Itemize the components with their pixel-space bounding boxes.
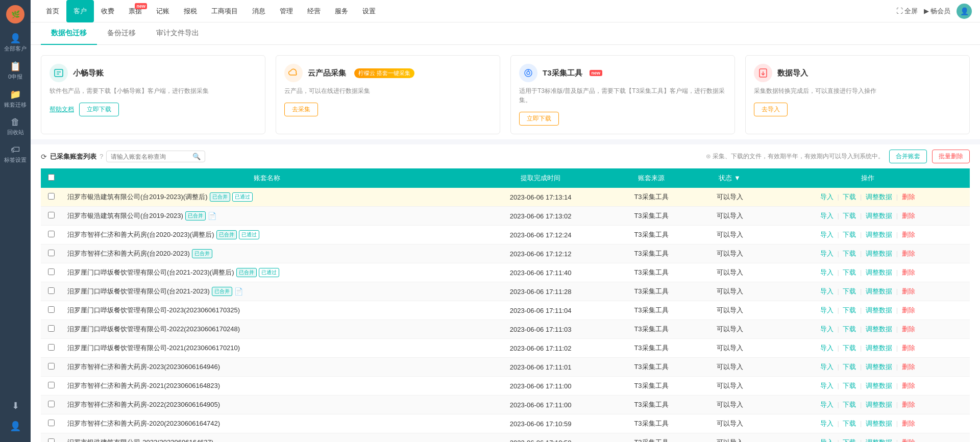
row-checkbox[interactable] <box>48 193 55 200</box>
nav-message[interactable]: 消息 <box>245 0 273 22</box>
card-dataimport-import-btn[interactable]: 去导入 <box>754 103 788 116</box>
action-download-btn[interactable]: 下载 <box>841 306 858 314</box>
row-checkbox[interactable] <box>48 325 55 332</box>
sidebar-item-profile[interactable]: 👤 <box>10 416 21 437</box>
action-adjust-btn[interactable]: 调整数据 <box>864 344 894 352</box>
nav-manage[interactable]: 管理 <box>273 0 300 22</box>
nav-business[interactable]: 工商项目 <box>204 0 245 22</box>
action-import-btn[interactable]: 导入 <box>818 344 836 352</box>
action-delete-btn[interactable]: 删除 <box>900 382 917 389</box>
action-import-btn[interactable]: 导入 <box>818 231 836 238</box>
action-import-btn[interactable]: 导入 <box>818 420 836 427</box>
action-adjust-btn[interactable]: 调整数据 <box>864 212 894 219</box>
action-delete-btn[interactable]: 删除 <box>900 401 917 408</box>
action-delete-btn[interactable]: 删除 <box>900 250 917 257</box>
sidebar-item-zero-report[interactable]: 📋 0申报 <box>0 57 31 85</box>
action-download-btn[interactable]: 下载 <box>841 193 858 201</box>
action-download-btn[interactable]: 下载 <box>841 401 858 408</box>
row-checkbox[interactable] <box>48 420 55 426</box>
action-delete-btn[interactable]: 删除 <box>900 193 917 201</box>
action-import-btn[interactable]: 导入 <box>818 401 836 408</box>
action-import-btn[interactable]: 导入 <box>818 250 836 257</box>
select-all-checkbox[interactable] <box>48 174 55 181</box>
action-adjust-btn[interactable]: 调整数据 <box>864 382 894 389</box>
merge-accounts-btn[interactable]: 合并账套 <box>889 150 927 163</box>
nav-ticket[interactable]: 票据 new <box>121 0 149 22</box>
sidebar-item-recycle-bin[interactable]: 🗑 回收站 <box>0 113 31 140</box>
action-delete-btn[interactable]: 删除 <box>900 420 917 427</box>
fullscreen-btn[interactable]: ⛶ 全屏 <box>896 7 918 16</box>
action-adjust-btn[interactable]: 调整数据 <box>864 420 894 427</box>
row-checkbox[interactable] <box>48 401 55 407</box>
action-adjust-btn[interactable]: 调整数据 <box>864 325 894 333</box>
row-checkbox[interactable] <box>48 382 55 388</box>
action-download-btn[interactable]: 下载 <box>841 382 858 389</box>
action-import-btn[interactable]: 导入 <box>818 287 836 295</box>
action-delete-btn[interactable]: 删除 <box>900 287 917 295</box>
row-checkbox[interactable] <box>48 250 55 256</box>
nav-bookkeeping[interactable]: 记账 <box>149 0 177 22</box>
action-delete-btn[interactable]: 删除 <box>900 212 917 219</box>
row-checkbox[interactable] <box>48 231 55 237</box>
action-adjust-btn[interactable]: 调整数据 <box>864 363 894 371</box>
action-adjust-btn[interactable]: 调整数据 <box>864 193 894 201</box>
action-download-btn[interactable]: 下载 <box>841 287 858 295</box>
row-checkbox[interactable] <box>48 344 55 351</box>
action-download-btn[interactable]: 下载 <box>841 438 858 442</box>
action-import-btn[interactable]: 导入 <box>818 212 836 219</box>
card-xiaochang-help-link[interactable]: 帮助文档 <box>50 105 74 114</box>
nav-tax[interactable]: 报税 <box>177 0 204 22</box>
nav-fee[interactable]: 收费 <box>94 0 121 22</box>
nav-client[interactable]: 客户 <box>66 0 94 22</box>
action-delete-btn[interactable]: 删除 <box>900 438 917 442</box>
action-delete-btn[interactable]: 删除 <box>900 268 917 276</box>
nav-service[interactable]: 服务 <box>328 0 355 22</box>
action-download-btn[interactable]: 下载 <box>841 363 858 371</box>
action-delete-btn[interactable]: 删除 <box>900 306 917 314</box>
action-delete-btn[interactable]: 删除 <box>900 231 917 238</box>
row-checkbox[interactable] <box>48 306 55 313</box>
nav-settings[interactable]: 设置 <box>355 0 383 22</box>
action-adjust-btn[interactable]: 调整数据 <box>864 306 894 314</box>
tab-audit-export[interactable]: 审计文件导出 <box>146 22 209 45</box>
action-delete-btn[interactable]: 删除 <box>900 363 917 371</box>
row-checkbox[interactable] <box>48 212 55 218</box>
action-download-btn[interactable]: 下载 <box>841 344 858 352</box>
action-download-btn[interactable]: 下载 <box>841 231 858 238</box>
card-xiaochang-download-btn[interactable]: 立即下载 <box>79 103 119 116</box>
action-import-btn[interactable]: 导入 <box>818 306 836 314</box>
action-adjust-btn[interactable]: 调整数据 <box>864 401 894 408</box>
search-input[interactable] <box>111 153 192 160</box>
col-status[interactable]: 状态 ▼ <box>694 168 766 188</box>
row-checkbox[interactable] <box>48 287 55 294</box>
nav-home[interactable]: 首页 <box>39 0 66 22</box>
action-adjust-btn[interactable]: 调整数据 <box>864 250 894 257</box>
tab-backup-migration[interactable]: 备份迁移 <box>97 22 146 45</box>
action-delete-btn[interactable]: 删除 <box>900 325 917 333</box>
batch-delete-btn[interactable]: 批量删除 <box>932 150 970 163</box>
action-adjust-btn[interactable]: 调整数据 <box>864 438 894 442</box>
row-checkbox[interactable] <box>48 438 55 442</box>
action-import-btn[interactable]: 导入 <box>818 193 836 201</box>
action-import-btn[interactable]: 导入 <box>818 268 836 276</box>
action-adjust-btn[interactable]: 调整数据 <box>864 231 894 238</box>
tab-data-migration[interactable]: 数据包迁移 <box>41 22 97 45</box>
action-adjust-btn[interactable]: 调整数据 <box>864 268 894 276</box>
action-download-btn[interactable]: 下载 <box>841 325 858 333</box>
nav-operation[interactable]: 经营 <box>300 0 328 22</box>
action-import-btn[interactable]: 导入 <box>818 438 836 442</box>
sidebar-item-tag-settings[interactable]: 🏷 标签设置 <box>0 140 31 168</box>
help-icon[interactable]: ? <box>100 153 103 160</box>
member-btn[interactable]: ▶ 畅会员 <box>924 7 950 16</box>
sidebar-item-all-clients[interactable]: 👤 全部客户 <box>0 29 31 57</box>
action-import-btn[interactable]: 导入 <box>818 363 836 371</box>
action-delete-btn[interactable]: 删除 <box>900 344 917 352</box>
action-download-btn[interactable]: 下载 <box>841 420 858 427</box>
action-import-btn[interactable]: 导入 <box>818 325 836 333</box>
action-download-btn[interactable]: 下载 <box>841 212 858 219</box>
action-download-btn[interactable]: 下载 <box>841 250 858 257</box>
search-icon[interactable]: 🔍 <box>192 153 201 160</box>
action-download-btn[interactable]: 下载 <box>841 268 858 276</box>
card-cloud-collect-btn[interactable]: 去采集 <box>284 103 318 116</box>
file-icon[interactable]: 📄 <box>234 287 243 296</box>
